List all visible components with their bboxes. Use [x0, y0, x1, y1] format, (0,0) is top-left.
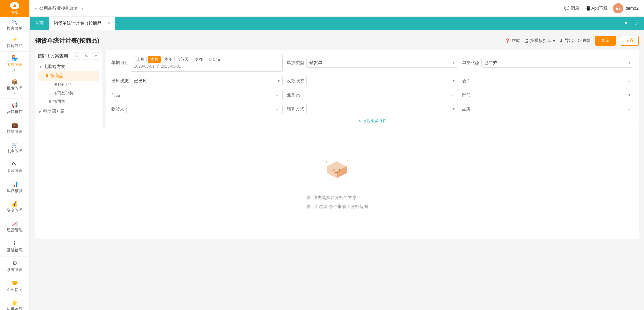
sidebar-item-ecommerce[interactable]: 🛒 电商管理 — [0, 138, 29, 158]
svg-text:✦: ✦ — [347, 159, 349, 162]
breadcrumb-dropdown-icon[interactable]: ▾ — [81, 6, 83, 11]
payment-status-label: 收款状态 — [287, 78, 304, 84]
user-name: demo2 — [625, 6, 639, 11]
doc-status-control[interactable]: 已生效 ▾ — [481, 58, 633, 68]
guide-icon: 🌟 — [11, 300, 18, 306]
sidebar-quick-nav[interactable]: ⚡ 快捷导航 — [0, 34, 29, 52]
system-icon: ⚙ — [12, 260, 17, 266]
collapse-up-icon: ∧ — [358, 119, 361, 123]
sidebar-item-enterprise[interactable]: 🤝 企业协同 — [0, 276, 29, 296]
brand-control[interactable]: ··· — [473, 104, 633, 114]
svg-point-6 — [339, 169, 340, 171]
add-scheme-button[interactable]: + — [73, 52, 80, 60]
settings-button[interactable]: 设置 — [620, 36, 639, 46]
doc-status-value: 已生效 — [484, 60, 497, 66]
settlement-field: 结算方式 ▾ — [287, 104, 458, 114]
date-btn-custom[interactable]: 自定义 — [207, 56, 223, 63]
mobile-scheme-group-header[interactable]: ▶ 移动端方案 — [38, 107, 99, 116]
left-panel-title: 按以下方案查询 — [38, 53, 68, 59]
tab-bar: 首页 销货单统计计表（按商品） × × ⤢ — [30, 17, 644, 30]
settlement-label: 结算方式 — [287, 106, 304, 112]
date-btn-this-month[interactable]: 本月 — [148, 56, 161, 63]
empty-tips: ① 请先选择要分析的方案 ② 用[过滤]条件来缩小分析范围 — [306, 194, 368, 212]
sidebar-item-finance[interactable]: 💰 资金管理 — [0, 197, 29, 217]
settlement-dropdown-icon: ▾ — [453, 107, 455, 111]
help-icon: ❓ — [505, 38, 510, 43]
sidebar-item-guide[interactable]: 🌟 新手引导 — [0, 296, 29, 310]
sidebar-item-wholesale[interactable]: 📦 批发管理 ▲ — [0, 75, 29, 99]
logo-text: 标版 — [11, 10, 18, 15]
date-btn-last-month[interactable]: 上月 — [134, 56, 147, 63]
tab-maximize-button[interactable]: ⤢ — [632, 19, 641, 28]
sidebar-item-retail[interactable]: 🏪 零售管理 ▼ — [0, 52, 29, 75]
print-button[interactable]: 🖨 按模板打印 ▾ — [524, 38, 555, 44]
doc-type-label: 单据类型 — [287, 60, 304, 66]
scheme-item-by-goods[interactable]: 按商品 — [38, 71, 99, 81]
tab-active[interactable]: 销货单统计计表（按商品） × — [49, 17, 115, 30]
collapse-filter-button[interactable]: ∧ 收起更多条件 — [111, 118, 633, 124]
scheme-subitem-label2: 按商品分类 — [53, 90, 73, 96]
collapse-label: 收起更多条件 — [363, 118, 387, 124]
warehouse-dots-icon: ··· — [626, 78, 630, 84]
scheme-item-by-month-goods[interactable]: ⊞ 按月+商品 — [38, 81, 99, 89]
svg-text:Ea: Ea — [616, 6, 621, 10]
date-btn-this-year[interactable]: 本年 — [162, 56, 175, 63]
warehouse-status-control[interactable]: 已出库 ▾ — [131, 76, 283, 86]
app-download-label: App下载 — [591, 5, 608, 11]
refresh-label: 刷新 — [582, 38, 591, 44]
date-control[interactable]: 上月 本月 本年 近7天 更多 自定义 2023-03-01 至 2023-03… — [131, 54, 283, 72]
enterprise-label: 企业协同 — [7, 287, 23, 293]
sidebar-menu: 🏪 零售管理 ▼ 📦 批发管理 ▲ 📢 营销推广 💼 销售管理 🛒 电商管理 🛍… — [0, 52, 29, 310]
salesperson-control[interactable]: ··· — [302, 90, 458, 100]
help-button[interactable]: ❓ 帮助 — [505, 38, 520, 44]
sidebar-item-inventory[interactable]: 📊 库存核算 — [0, 177, 29, 197]
search-label: 搜索菜单 — [2, 25, 27, 31]
doc-type-control[interactable]: 销货单 ▾ — [306, 58, 458, 68]
department-control[interactable]: ▾ — [473, 90, 633, 100]
inventory-label: 库存核算 — [7, 188, 23, 194]
sidebar-item-sales[interactable]: 💼 销售管理 — [0, 118, 29, 138]
edit-scheme-button[interactable]: ✎ — [83, 52, 90, 60]
user-menu[interactable]: Ea demo2 — [613, 3, 639, 13]
header-left: 办公用品行业模拟账套 ▾ — [35, 5, 83, 11]
sidebar-item-marketing[interactable]: 📢 营销推广 — [0, 99, 29, 118]
sidebar-item-operations[interactable]: 📈 经营管理 — [0, 217, 29, 237]
doc-type-field: 单据类型 销货单 ▾ — [287, 54, 458, 72]
sidebar-item-basic[interactable]: ℹ 基础信息 — [0, 237, 29, 257]
date-btn-more[interactable]: 更多 — [193, 56, 205, 63]
receiver-label: 收货人 — [111, 106, 124, 112]
receiver-control[interactable]: ··· — [126, 104, 283, 114]
date-btn-7days[interactable]: 近7天 — [176, 56, 191, 63]
scheme-item-by-category[interactable]: ⊞ 按商品分类 — [38, 89, 99, 97]
sidebar-item-purchase[interactable]: 🛍 采购管理 — [0, 158, 29, 177]
scheme-item-by-driver[interactable]: ⊞ 按司机 — [38, 97, 99, 106]
tab-close-icon[interactable]: × — [108, 21, 110, 26]
pc-scheme-group-header[interactable]: ▼ 电脑端方案 — [38, 62, 99, 71]
department-dropdown-icon: ▾ — [628, 93, 630, 97]
marketing-label: 营销推广 — [7, 109, 23, 115]
tab-home[interactable]: 首页 — [30, 17, 49, 30]
message-button[interactable]: 💬 消息 — [564, 5, 579, 11]
edit-icon: ✎ — [84, 53, 88, 59]
tab-close-button[interactable]: × — [621, 19, 631, 28]
print-dropdown-icon: ▾ — [553, 38, 555, 43]
brand-label: 品牌 — [462, 106, 471, 112]
refresh-button[interactable]: ↻ 刷新 — [577, 38, 591, 44]
right-filter: 单据日期 上月 本月 本年 近7天 更多 自定义 2023-03-01 至 20… — [106, 50, 639, 128]
collapse-panel-button[interactable]: « — [92, 52, 99, 60]
payment-status-control[interactable]: ▾ — [306, 76, 458, 86]
sidebar-item-system[interactable]: ⚙ 系统管理 — [0, 257, 29, 276]
print-label: 按模板打印 — [530, 38, 552, 44]
department-field: 部门 ▾ — [462, 90, 633, 100]
tip2-text: 用[过滤]条件来缩小分析范围 — [313, 203, 368, 210]
sidebar-search[interactable]: 🔍 搜索菜单 — [0, 17, 29, 34]
operations-label: 经营管理 — [7, 227, 23, 233]
export-button[interactable]: ⬇ 导出 — [559, 38, 573, 44]
query-button[interactable]: 查询 — [595, 36, 616, 46]
retail-expand-icon: ▼ — [13, 68, 16, 71]
app-download-button[interactable]: 📲 App下载 — [585, 5, 608, 11]
goods-control[interactable]: ··· — [122, 90, 283, 100]
warehouse-control[interactable]: ··· — [473, 76, 633, 86]
content-card: ✦ ✦ ✦ ① 请先选择要分析的方案 ② 用[过滤]条件来缩小分析范围 — [35, 128, 639, 239]
settlement-control[interactable]: ▾ — [306, 104, 458, 114]
